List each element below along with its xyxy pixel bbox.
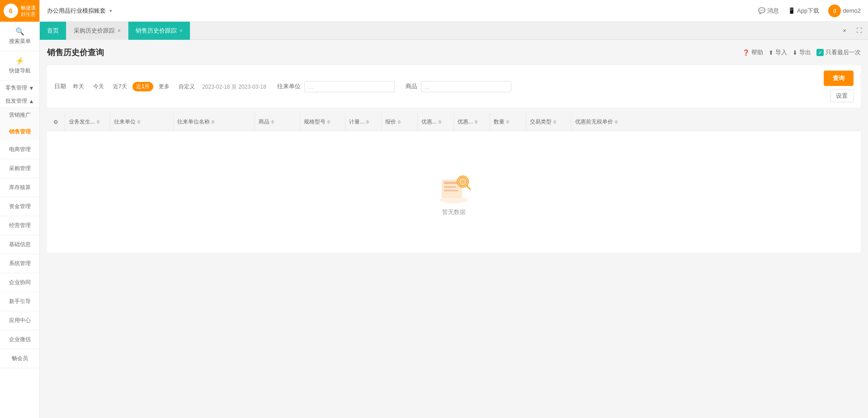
sort-arrows-date — [96, 120, 100, 124]
import-icon: ⬆ — [769, 49, 774, 56]
query-button[interactable]: 查询 — [824, 71, 854, 86]
tabbar-actions: × ⛶ — [839, 25, 868, 36]
ecommerce-label: 电商管理 — [9, 146, 31, 153]
sidebar-item-ecommerce[interactable]: 电商管理 — [0, 140, 39, 159]
date-options: 昨天 今天 近7天 近1月 更多 自定义 — [70, 82, 198, 91]
topbar-dropdown-btn[interactable]: ▾ — [109, 8, 112, 14]
tab-sale-close[interactable]: × — [179, 28, 183, 34]
tab-close-all-btn[interactable]: × — [839, 25, 850, 36]
sort-arrows-quantity — [506, 120, 509, 124]
last-only-checkbox[interactable]: ✓ 只看最后一次 — [816, 48, 861, 57]
sidebar-item-basic-info[interactable]: 基础信息 — [0, 235, 39, 254]
purchase-label: 采购管理 — [9, 165, 31, 172]
sidebar-item-member[interactable]: 畅会员 — [0, 349, 39, 368]
sort-arrows-product — [271, 120, 274, 124]
date-option-1month[interactable]: 近1月 — [132, 82, 154, 91]
date-option-7days[interactable]: 近7天 — [109, 82, 131, 91]
svg-line-7 — [467, 186, 470, 190]
message-label: 消息 — [767, 7, 779, 15]
table-col-unit-code[interactable]: 往来单位 — [110, 113, 174, 131]
date-option-yesterday[interactable]: 昨天 — [70, 82, 88, 91]
sort-arrows-unit-type — [366, 120, 369, 124]
sidebar-item-search[interactable]: 🔍 搜索菜单 — [0, 22, 39, 51]
sidebar-item-quick-nav[interactable]: ⚡ 快捷导航 — [0, 51, 39, 81]
product-filter-input[interactable]: ... — [421, 81, 511, 92]
table-col-product[interactable]: 商品 — [255, 113, 300, 131]
sidebar-item-system[interactable]: 系统管理 — [0, 254, 39, 273]
table-col-price[interactable]: 报价 — [382, 113, 418, 131]
appdownload-label: App下载 — [797, 7, 819, 15]
topbar-message-btn[interactable]: 💬 消息 — [758, 7, 779, 15]
sidebar-item-wechat[interactable]: 企业微信 — [0, 330, 39, 349]
sidebar-item-label: 快捷导航 — [9, 67, 31, 75]
wechat-label: 企业微信 — [9, 336, 31, 343]
guide-label: 新手引导 — [9, 298, 31, 305]
table-col-discount2[interactable]: 优惠... — [454, 113, 490, 131]
unit-filter-label: 往来单位 — [277, 82, 301, 90]
table-col-unit-type[interactable]: 计量... — [345, 113, 382, 131]
sort-arrows-spec — [327, 120, 330, 124]
col-unit-name-label: 往来单位名称 — [177, 118, 210, 126]
system-label: 系统管理 — [9, 260, 31, 267]
main-content: 办公用品行业模拟账套 ▾ 💬 消息 📱 App下载 d demo2 首页 采购历… — [40, 0, 868, 418]
sidebar-item-collab[interactable]: 企业协同 — [0, 273, 39, 292]
content-area: 销售历史价查询 ❓ 帮助 ⬆ 导入 ⬇ 导出 ✓ 只看最后一次 — [40, 40, 868, 418]
table-col-pretax-price[interactable]: 优惠前无税单价 — [571, 113, 861, 131]
date-option-custom[interactable]: 自定义 — [175, 82, 198, 91]
product-filter-label: 商品 — [406, 82, 417, 90]
sidebar-item-guide[interactable]: 新手引导 — [0, 292, 39, 311]
tab-purchase[interactable]: 采购历史价跟踪 × — [66, 22, 128, 40]
username-label: demo2 — [843, 7, 861, 14]
sidebar-item-sales[interactable]: 销售管理 — [0, 124, 39, 140]
sort-arrows-discount2 — [474, 120, 478, 124]
inventory-label: 库存核算 — [9, 184, 31, 191]
export-btn[interactable]: ⬇ 导出 — [793, 48, 811, 57]
tab-home[interactable]: 首页 — [40, 22, 66, 40]
sidebar-item-wholesale[interactable]: 批发管理 ▲ — [0, 94, 39, 107]
product-input-placeholder: ... — [425, 83, 430, 90]
filter-right-actions: 查询 设置 — [824, 71, 854, 102]
topbar-right: 💬 消息 📱 App下载 d demo2 — [758, 5, 861, 17]
sidebar-item-label: 搜索菜单 — [9, 38, 31, 45]
tab-fullscreen-btn[interactable]: ⛶ — [854, 25, 864, 36]
table-col-trade-type[interactable]: 交易类型 — [526, 113, 571, 131]
col-discount1-label: 优惠... — [421, 118, 437, 126]
export-label: 导出 — [799, 48, 811, 57]
table-col-unit-name[interactable]: 往来单位名称 — [174, 113, 255, 131]
table-header: ⚙ 业务发生... 往来单位 往来单位名称 商品 — [47, 113, 861, 131]
topbar-user-btn[interactable]: d demo2 — [828, 5, 861, 17]
sort-arrows-discount1 — [438, 120, 442, 124]
tab-sale-label: 销售历史价跟踪 — [136, 27, 177, 35]
table-col-spec[interactable]: 规格型号 — [300, 113, 345, 131]
table-col-quantity[interactable]: 数量 — [490, 113, 526, 131]
sidebar-item-inventory[interactable]: 库存核算 — [0, 178, 39, 197]
page-header: 销售历史价查询 ❓ 帮助 ⬆ 导入 ⬇ 导出 ✓ 只看最后一次 — [47, 47, 861, 58]
sidebar-item-marketing[interactable]: 营销推广 — [0, 107, 39, 124]
tab-sale[interactable]: 销售历史价跟踪 × — [128, 22, 190, 40]
table-col-discount1[interactable]: 优惠... — [418, 113, 454, 131]
table-col-settings[interactable]: ⚙ — [47, 113, 65, 131]
sidebar-item-finance[interactable]: 资金管理 — [0, 197, 39, 216]
date-option-more[interactable]: 更多 — [155, 82, 173, 91]
date-option-today[interactable]: 今天 — [90, 82, 108, 91]
sort-arrows-trade-type — [553, 120, 557, 124]
table-col-date[interactable]: 业务发生... — [65, 113, 110, 131]
unit-filter-input[interactable]: ... — [304, 81, 395, 92]
management-label: 经营管理 — [9, 222, 31, 229]
tab-purchase-close[interactable]: × — [118, 28, 121, 34]
sidebar-item-retail[interactable]: 零售管理 ▼ — [0, 81, 39, 94]
filter-settings-button[interactable]: 设置 — [830, 90, 854, 102]
date-filter-label: 日期 — [54, 82, 66, 90]
sidebar-item-app-center[interactable]: 应用中心 — [0, 311, 39, 330]
filter-bar: 日期 昨天 今天 近7天 近1月 更多 自定义 2023-02-18 至 202… — [47, 65, 861, 108]
import-btn[interactable]: ⬆ 导入 — [769, 48, 787, 57]
settings-icon: ⚙ — [53, 119, 58, 125]
sidebar-item-purchase[interactable]: 采购管理 — [0, 159, 39, 178]
topbar-appdownload-btn[interactable]: 📱 App下载 — [788, 7, 819, 15]
sidebar-item-management[interactable]: 经营管理 — [0, 216, 39, 235]
help-btn[interactable]: ❓ 帮助 — [742, 48, 763, 57]
member-label: 畅会员 — [12, 355, 28, 362]
retail-label: 零售管理 — [5, 84, 27, 92]
svg-rect-4 — [444, 190, 458, 192]
col-unit-code-label: 往来单位 — [114, 118, 136, 126]
